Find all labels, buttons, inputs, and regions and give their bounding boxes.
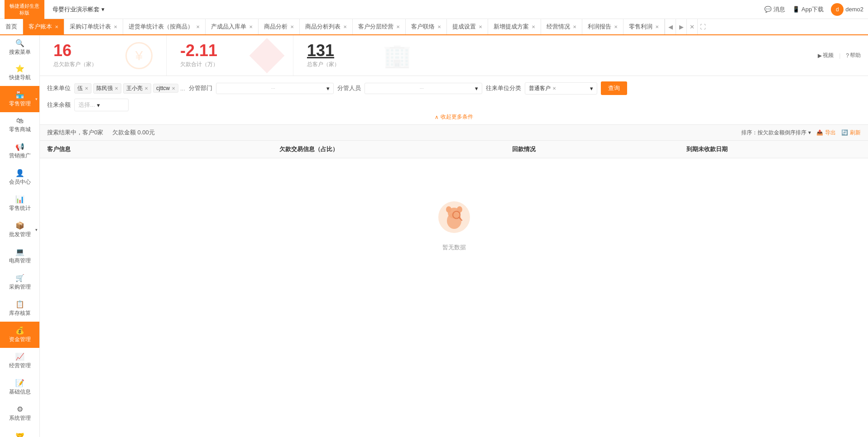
tab-fullscreen[interactable]: ⛶ — [697, 19, 708, 35]
org-selector[interactable]: 母婴行业演示帐套 ▾ — [49, 4, 108, 15]
total-debt-customers-label: 总欠款客户（家） — [53, 61, 97, 68]
message-btn[interactable]: 💬 消息 — [764, 5, 785, 14]
tab-promotion-settings-close[interactable]: ✕ — [479, 24, 482, 29]
avatar: d — [831, 3, 844, 16]
sidebar-operations-label: 经营管理 — [9, 362, 31, 370]
tab-customer-segment-close[interactable]: ✕ — [396, 24, 400, 29]
tab-customer-segment[interactable]: 客户分层经营 ✕ — [353, 19, 406, 35]
sidebar-item-marketing[interactable]: 📢 营销推广 — [0, 138, 39, 164]
empty-icon — [432, 195, 477, 240]
user-avatar-btn[interactable]: d demo2 — [831, 3, 863, 16]
finance-icon: 💰 — [15, 326, 24, 335]
balance-select[interactable]: 选择... ▾ — [74, 99, 129, 111]
filter-tag-unit-1-close[interactable]: ✕ — [85, 86, 88, 91]
filter-tag-category-1-close[interactable]: ✕ — [552, 86, 556, 91]
tab-production-in[interactable]: 产成品入库单 ✕ — [206, 19, 259, 35]
sidebar-item-search[interactable]: 🔍 搜索菜单 — [0, 35, 39, 60]
sidebar-item-system[interactable]: ⚙ 系统管理 — [0, 400, 39, 427]
tab-customer-contact-close[interactable]: ✕ — [437, 24, 441, 29]
filter-tag-unit-4-close[interactable]: ✕ — [172, 86, 175, 91]
sidebar-item-ecommerce[interactable]: 💻 电商管理 — [0, 243, 39, 269]
help-btn[interactable]: ? 帮助 — [846, 52, 861, 59]
tab-production-in-close[interactable]: ✕ — [249, 24, 253, 29]
filter-tag-unit-4[interactable]: cjttcw ✕ — [153, 84, 178, 93]
tab-close-all[interactable]: ✕ — [686, 19, 697, 35]
search-icon: 🔍 — [15, 39, 24, 48]
sort-select[interactable]: 排序：按欠款金额倒序排序 ▾ — [741, 129, 811, 137]
filter-tag-unit-3-close[interactable]: ✕ — [144, 86, 148, 91]
tab-nav-right[interactable]: ▶ — [676, 19, 686, 35]
query-button[interactable]: 查询 — [601, 81, 627, 95]
video-icon: ▶ — [818, 52, 822, 59]
sidebar-item-wholesale[interactable]: 📦 批发管理 ▾ — [0, 217, 39, 243]
sidebar-item-retail-mgmt[interactable]: 🏪 零售管理 ▾ — [0, 86, 39, 112]
tab-home[interactable]: 首页 — [0, 19, 23, 35]
sidebar-item-retail-stats[interactable]: 📊 零售统计 — [0, 190, 39, 217]
filter-tag-unit-1[interactable]: 伍 ✕ — [74, 83, 91, 94]
tab-new-promotion-close[interactable]: ✕ — [532, 24, 535, 29]
tab-product-analysis[interactable]: 商品分析 ✕ — [259, 19, 300, 35]
tab-promotion-settings[interactable]: 提成设置 ✕ — [447, 19, 488, 35]
sidebar-item-finance[interactable]: 💰 资金管理 — [0, 322, 39, 348]
export-btn[interactable]: 📤 导出 — [816, 129, 836, 137]
filter-tag-unit-2-close[interactable]: ✕ — [115, 86, 118, 91]
purchase-icon: 🛒 — [15, 274, 24, 282]
sidebar-wholesale-label: 批发管理 — [9, 231, 31, 238]
tab-nav-left[interactable]: ◀ — [665, 19, 676, 35]
sidebar-search-label: 搜索菜单 — [9, 48, 31, 56]
total-customers-label: 总客户（家） — [307, 61, 340, 68]
tab-product-analysis-list-label: 商品分析列表 — [305, 23, 340, 31]
sidebar-item-basic-info[interactable]: 📝 基础信息 — [0, 374, 39, 400]
tab-customer-contact-label: 客户联络 — [411, 23, 435, 31]
sidebar-item-operations[interactable]: 📈 经营管理 — [0, 348, 39, 374]
table-header: 客户信息 欠款交易信息（占比） 回款情况 到期未收款日期 — [40, 141, 868, 158]
sidebar-item-member[interactable]: 👤 会员中心 — [0, 164, 39, 190]
tab-accounts-close[interactable]: ✕ — [55, 24, 58, 29]
filter-tag-unit-3[interactable]: 王小亮 ✕ — [123, 83, 151, 94]
sidebar-item-inventory[interactable]: 📋 库存核算 — [0, 295, 39, 322]
tab-profit-report-label: 利润报告 — [588, 23, 611, 31]
person-select[interactable]: ··· ▾ — [364, 83, 482, 94]
dept-select[interactable]: ··· ▾ — [216, 83, 334, 94]
tab-accounts[interactable]: 客户账本 ✕ — [23, 19, 64, 35]
filter-tag-more[interactable]: ... — [180, 85, 185, 92]
tab-stock-stat[interactable]: 进货单统计表（按商品） ✕ — [123, 19, 206, 35]
dept-chevron-icon: ▾ — [326, 85, 330, 92]
tab-retail-profit[interactable]: 零售利润 ✕ — [623, 19, 665, 35]
tab-product-analysis-close[interactable]: ✕ — [290, 24, 294, 29]
tab-business-situation-close[interactable]: ✕ — [573, 24, 576, 29]
filter-tag-unit-2[interactable]: 陈民强 ✕ — [93, 83, 121, 94]
retail-mgmt-icon: 🏪 — [15, 90, 24, 99]
tab-purchase-order[interactable]: 采购订单统计表 ✕ — [64, 19, 123, 35]
collapse-btn[interactable]: ∧ 收起更多条件 — [431, 113, 477, 121]
refresh-btn[interactable]: 🔄 刷新 — [841, 129, 861, 137]
dept-filter-label: 分管部门 — [189, 84, 212, 92]
tab-stock-stat-close[interactable]: ✕ — [196, 24, 200, 29]
unit-category-select[interactable]: 普通客户 ✕ ▾ — [525, 82, 597, 95]
col-due-date: 到期未收款日期 — [686, 145, 861, 153]
tab-retail-profit-close[interactable]: ✕ — [655, 24, 659, 29]
tab-customer-contact[interactable]: 客户联络 ✕ — [406, 19, 447, 35]
tab-purchase-order-close[interactable]: ✕ — [114, 24, 117, 29]
sidebar-item-purchase[interactable]: 🛒 采购管理 — [0, 269, 39, 295]
tab-product-analysis-list-close[interactable]: ✕ — [343, 24, 347, 29]
content-area: ¥ 16 总欠款客户（家） -2.11 欠款合计（万） 🏢 131 总客户（家） — [40, 35, 868, 437]
filter-tag-category-1[interactable]: 普通客户 ✕ — [529, 85, 556, 92]
tab-profit-report-close[interactable]: ✕ — [614, 24, 618, 29]
video-btn[interactable]: ▶ 视频 — [818, 52, 834, 59]
sidebar-item-enterprise-coop[interactable]: 🤝 企业协同 — [0, 427, 39, 437]
app-download-btn[interactable]: 📱 App下载 — [792, 5, 824, 14]
sidebar-item-retail-mall[interactable]: 🛍 零售商城 — [0, 112, 39, 138]
table-body: 暂无数据 — [40, 158, 868, 294]
tab-product-analysis-list[interactable]: 商品分析列表 ✕ — [300, 19, 353, 35]
tab-new-promotion[interactable]: 新增提成方案 ✕ — [488, 19, 541, 35]
sidebar-item-quick-nav[interactable]: ⭐ 快捷导航 — [0, 60, 39, 86]
results-actions: 排序：按欠款金额倒序排序 ▾ 📤 导出 🔄 刷新 — [741, 129, 861, 137]
sidebar-member-label: 会员中心 — [9, 178, 31, 186]
wholesale-icon: 📦 — [15, 221, 24, 230]
tab-retail-profit-label: 零售利润 — [629, 23, 652, 31]
tab-profit-report[interactable]: 利润报告 ✕ — [582, 19, 623, 35]
stat-total-debt-customers: ¥ 16 总欠款客户（家） — [40, 35, 167, 76]
tab-business-situation[interactable]: 经营情况 ✕ — [541, 19, 582, 35]
inventory-icon: 📋 — [15, 300, 24, 309]
